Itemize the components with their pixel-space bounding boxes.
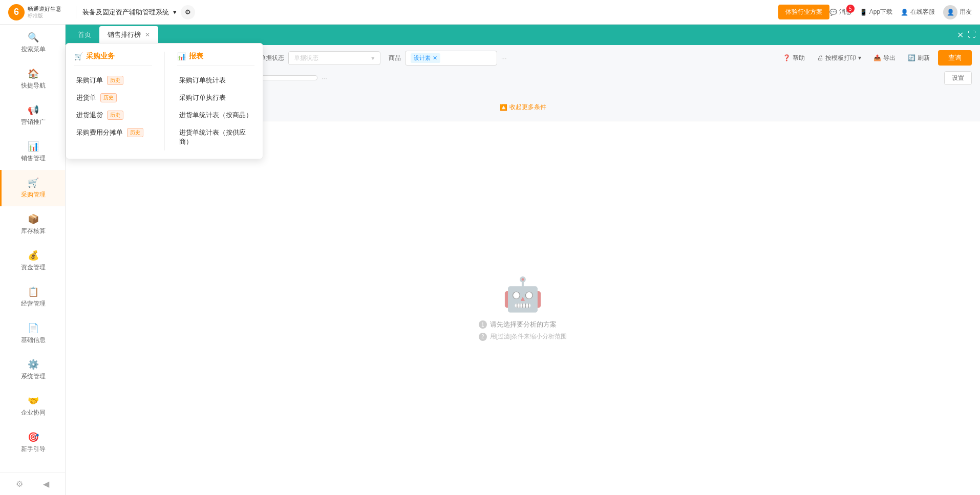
collapse-up-icon: 🔼 — [500, 104, 507, 111]
report-section-title: 📊 报表 — [177, 52, 255, 66]
sidebar-item-inventory[interactable]: 📦 库存核算 — [0, 206, 65, 243]
sidebar-item-marketing[interactable]: 📢 营销推广 — [0, 97, 65, 134]
query-btn[interactable]: 查询 — [938, 50, 972, 66]
print-icon: 🖨 — [817, 54, 823, 61]
refresh-btn[interactable]: 🔄 刷新 — [904, 52, 934, 64]
menu-item-incoming-stats-supplier[interactable]: 进货单统计表（按供应商） — [177, 124, 255, 150]
sidebar-item-purchase[interactable]: 🛒 采购管理 — [0, 170, 65, 206]
service-icon: 👤 — [901, 9, 908, 16]
logo-text: 畅通道好生意 标准版 — [28, 5, 61, 19]
home-icon: 🏠 — [28, 68, 39, 79]
menu-item-incoming-stats-goods[interactable]: 进货单统计表（按商品） — [177, 106, 255, 124]
messages-btn[interactable]: 💬 消息 5 — [829, 8, 851, 16]
app-download-btn[interactable]: 📱 App下载 — [860, 8, 892, 16]
export-btn[interactable]: 📤 导出 — [869, 52, 900, 64]
messages-badge: 5 — [846, 5, 855, 13]
purchase-menu-section: 🛒 采购业务 采购订单 历史 进货单 历史 进货退货 历史 采购费用分摊单 历史 — [74, 52, 152, 150]
sidebar-bottom: ⚙ ◀ — [0, 472, 65, 495]
action-buttons: ❓ 帮助 🖨 按模板打印 ▾ 📤 导出 🔄 — [779, 50, 972, 66]
voucher-status-value: 单据状态 — [294, 54, 318, 62]
sidebar: 🔍 搜索菜单 🏠 快捷导航 📢 营销推广 📊 销售管理 🛒 采购管理 📦 — [0, 25, 66, 495]
basic-info-icon: 📄 — [28, 322, 39, 334]
top-bar: 6 畅通道好生意 标准版 装备及固定资产辅助管理系统 ▾ ⚙ 体验行业方案 💬 … — [0, 0, 980, 25]
sidebar-item-operations[interactable]: 📋 经营管理 — [0, 279, 65, 315]
menu-item-purchase-order[interactable]: 采购订单 历史 — [74, 72, 152, 89]
menu-item-purchase-order-stats[interactable]: 采购订单统计表 — [177, 72, 255, 89]
salesperson-more-btn[interactable]: ··· — [322, 74, 327, 82]
goods-tag-close[interactable]: ✕ — [433, 55, 437, 61]
enterprise-icon: 🤝 — [28, 395, 39, 406]
help-icon: ❓ — [783, 54, 791, 61]
export-icon: 📤 — [874, 54, 881, 61]
help-btn[interactable]: ❓ 帮助 — [779, 52, 809, 64]
purchase-dropdown-menu: 🛒 采购业务 采购订单 历史 进货单 历史 进货退货 历史 采购费用分摊单 历史 — [66, 43, 263, 159]
voucher-status-chevron: ▾ — [371, 54, 375, 62]
sidebar-item-quick-nav[interactable]: 🏠 快捷导航 — [0, 61, 65, 97]
voucher-status-group[interactable]: 单据状态 ▾ — [288, 51, 380, 65]
menu-item-incoming[interactable]: 进货单 历史 — [74, 89, 152, 106]
tab-close-icon[interactable]: ✕ — [145, 31, 150, 38]
history-badge-incoming[interactable]: 历史 — [100, 93, 117, 102]
goods-group: 设计素 ✕ — [405, 51, 497, 66]
system-title-dropdown[interactable]: ▾ — [173, 8, 177, 16]
history-badge-purchase-order[interactable]: 历史 — [107, 76, 123, 85]
set-btn[interactable]: 设置 — [944, 71, 972, 85]
sidebar-item-basic-info[interactable]: 📄 基础信息 — [0, 315, 65, 352]
goods-more-btn[interactable]: ··· — [501, 54, 507, 62]
print-template-btn[interactable]: 🖨 按模板打印 ▾ — [813, 52, 865, 64]
sales-icon: 📊 — [28, 141, 39, 152]
menu-item-return[interactable]: 进货退货 历史 — [74, 106, 152, 124]
goods-tag: 设计素 ✕ — [411, 53, 440, 63]
inventory-icon: 📦 — [28, 213, 39, 225]
menu-item-purchase-order-exec[interactable]: 采购订单执行表 — [177, 89, 255, 106]
menu-item-purchase-expense[interactable]: 采购费用分摊单 历史 — [74, 124, 152, 141]
empty-hints: 1 请先选择要分析的方案 2 用[过滤]条件来缩小分析范围 — [479, 320, 567, 341]
sidebar-item-search[interactable]: 🔍 搜索菜单 — [0, 25, 65, 61]
hint-2: 2 用[过滤]条件来缩小分析范围 — [479, 332, 567, 341]
search-icon: 🔍 — [28, 32, 39, 43]
logo-icon: 6 — [8, 4, 25, 20]
industry-btn[interactable]: 体验行业方案 — [778, 5, 829, 19]
sidebar-item-guide[interactable]: 🎯 新手引导 — [0, 424, 65, 461]
voucher-status-filter: 单据状态 单据状态 ▾ — [260, 51, 380, 65]
user-btn[interactable]: 👤 用友 — [943, 5, 972, 19]
sidebar-item-finance[interactable]: 💰 资金管理 — [0, 243, 65, 279]
sidebar-item-system[interactable]: ⚙️ 系统管理 — [0, 352, 65, 388]
empty-state: 🤖 1 请先选择要分析的方案 2 用[过滤]条件来缩小分析范围 — [479, 275, 567, 341]
app-container: 6 畅通道好生意 标准版 装备及固定资产辅助管理系统 ▾ ⚙ 体验行业方案 💬 … — [0, 0, 980, 495]
history-badge-return[interactable]: 历史 — [107, 111, 123, 120]
system-icon: ⚙️ — [28, 359, 39, 370]
system-title: 装备及固定资产辅助管理系统 ▾ ⚙ — [82, 5, 778, 19]
user-avatar: 👤 — [943, 5, 957, 19]
tab-bar-actions: ✕ ⛶ — [957, 30, 976, 40]
main-content: 🤖 1 请先选择要分析的方案 2 用[过滤]条件来缩小分析范围 — [66, 121, 980, 495]
sidebar-collapse-btn[interactable]: ◀ — [43, 479, 49, 489]
report-menu-section: 📊 报表 采购订单统计表 采购订单执行表 进货单统计表（按商品） 进货单统计表（… — [177, 52, 255, 150]
empty-illustration: 🤖 — [502, 275, 543, 314]
finance-icon: 💰 — [28, 250, 39, 261]
online-service-btn[interactable]: 👤 在线客服 — [901, 8, 935, 16]
hint-1: 1 请先选择要分析的方案 — [479, 320, 567, 329]
sidebar-settings-btn[interactable]: ⚙ — [16, 479, 23, 489]
sidebar-item-enterprise[interactable]: 🤝 企业协同 — [0, 388, 65, 424]
settings-btn-area: 设置 — [944, 71, 972, 85]
marketing-icon: 📢 — [28, 104, 39, 116]
operations-icon: 📋 — [28, 286, 39, 297]
goods-label: 商品 — [389, 54, 401, 62]
settings-icon-btn[interactable]: ⚙ — [181, 5, 195, 19]
tab-maximize-icon[interactable]: ⛶ — [968, 30, 976, 39]
tab-sales-ranking[interactable]: 销售排行榜 ✕ — [99, 26, 158, 44]
hint-1-number: 1 — [479, 320, 487, 329]
purchase-section-title: 🛒 采购业务 — [74, 52, 152, 66]
logo-area: 6 畅通道好生意 标准版 — [8, 4, 70, 20]
tab-close-all-icon[interactable]: ✕ — [957, 30, 964, 40]
report-section-icon: 📊 — [177, 52, 186, 60]
refresh-icon: 🔄 — [908, 54, 915, 61]
message-icon: 💬 — [829, 9, 837, 16]
sidebar-item-sales[interactable]: 📊 销售管理 — [0, 134, 65, 170]
collapse-btn[interactable]: 🔼 收起更多条件 — [500, 103, 546, 112]
history-badge-expense[interactable]: 历史 — [127, 128, 143, 137]
tab-home[interactable]: 首页 — [70, 26, 99, 44]
phone-icon: 📱 — [860, 9, 867, 16]
menu-section-divider — [164, 52, 165, 150]
